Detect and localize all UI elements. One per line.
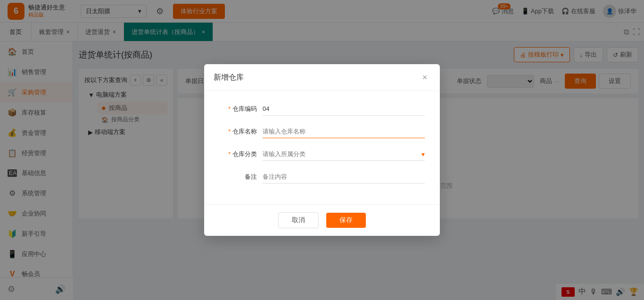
add-warehouse-modal: 新增仓库 × 仓库编码 仓库名称 仓库分类 ▾	[204, 64, 440, 236]
modal-overlay: 新增仓库 × 仓库编码 仓库名称 仓库分类 ▾	[0, 0, 644, 300]
modal-footer: 取消 保存	[204, 204, 440, 236]
name-input[interactable]	[263, 125, 425, 138]
cancel-button[interactable]: 取消	[278, 212, 319, 228]
code-row: 仓库编码	[219, 102, 425, 116]
remark-row: 备注	[219, 170, 425, 183]
remark-input[interactable]	[263, 170, 425, 183]
code-input[interactable]	[263, 102, 425, 116]
save-button[interactable]: 保存	[326, 213, 366, 228]
category-select-wrap: ▾	[263, 148, 425, 161]
category-row: 仓库分类 ▾	[219, 148, 425, 161]
code-label: 仓库编码	[219, 105, 257, 113]
modal-close-button[interactable]: ×	[419, 72, 430, 83]
modal-body: 仓库编码 仓库名称 仓库分类 ▾ 备注	[204, 91, 440, 204]
category-input[interactable]	[263, 148, 421, 160]
category-label: 仓库分类	[219, 150, 257, 158]
remark-label: 备注	[219, 173, 257, 181]
modal-title: 新增仓库	[214, 73, 244, 83]
name-label: 仓库名称	[219, 127, 257, 136]
category-arrow-icon: ▾	[421, 150, 425, 158]
modal-header: 新增仓库 ×	[204, 64, 440, 91]
name-row: 仓库名称	[219, 125, 425, 138]
